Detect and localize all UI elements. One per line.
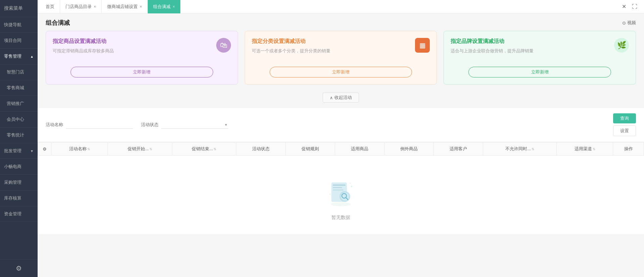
sort-icon: ⇅	[532, 147, 534, 151]
sidebar-item-smart-store[interactable]: 智慧门店	[0, 64, 38, 80]
category-card-icon: ▦	[415, 38, 430, 53]
svg-point-10	[330, 194, 331, 195]
tab-product-catalog[interactable]: 门店商品目录 ×	[60, 0, 102, 13]
sidebar-item-label: 快捷导航	[4, 22, 21, 28]
play-circle-icon: ⊙	[622, 20, 626, 25]
activity-name-input[interactable]	[66, 121, 133, 129]
activity-name-label: 活动名称	[46, 122, 63, 128]
table-empty-row: 暂无数据	[38, 156, 644, 234]
product-card-desc: 可指定滞销商品或库存较多商品	[53, 48, 231, 61]
brand-card-add-button[interactable]: 立即新增	[468, 67, 611, 77]
collapse-label: 收起活动	[334, 95, 352, 101]
sidebar-item-marketing[interactable]: 营销推广	[0, 96, 38, 112]
activity-name-filter: 活动名称	[46, 121, 133, 129]
table-col-promo-start: 促销开始... ⇅	[108, 143, 172, 156]
sidebar-item-wholesale[interactable]: 批发管理 ▼	[0, 143, 38, 159]
close-window-button[interactable]: ✕	[620, 3, 628, 11]
tab-wechat-store-close[interactable]: ×	[140, 4, 142, 9]
filter-section: 活动名称 活动状态 进行中 未开始 已结束 ▾ 查询 设置	[38, 108, 644, 142]
sort-icon: ⇅	[87, 147, 90, 151]
category-card-desc: 可选一个或者多个分类，提升分类的销量	[252, 48, 430, 61]
activity-cards: 🛍 指定商品设置满减活动 可指定滞销商品或库存较多商品 立即新增 ▦ 指定分类设…	[38, 31, 644, 90]
sort-promo-end[interactable]: 促销结束... ⇅	[175, 146, 233, 152]
sidebar-item-label: 采购管理	[4, 179, 21, 185]
settings-button[interactable]: 设置	[613, 125, 636, 136]
sidebar-search[interactable]: 搜索菜单	[0, 0, 38, 17]
activity-status-select[interactable]: 进行中 未开始 已结束	[161, 121, 228, 129]
svg-point-0	[331, 202, 351, 206]
table-body: 暂无数据	[38, 156, 644, 234]
sort-icon: ⇅	[214, 147, 216, 151]
product-card-add-button[interactable]: 立即新增	[71, 67, 213, 77]
activity-status-filter: 活动状态 进行中 未开始 已结束 ▾	[141, 121, 228, 129]
table-section: ⚙ 活动名称 ⇅ 促销开始... ⇅	[38, 142, 644, 234]
query-button[interactable]: 查询	[613, 113, 636, 123]
sidebar-item-label: 零售管理	[4, 53, 21, 59]
table-col-exceptional-goods: 例外商品	[384, 143, 434, 156]
video-link[interactable]: ⊙ 视频	[622, 20, 636, 26]
video-label: 视频	[627, 20, 636, 26]
tab-home-label: 首页	[46, 4, 54, 10]
sidebar-item-retail-management[interactable]: 零售管理 ▲	[0, 49, 38, 64]
brand-card-icon: 🌿	[614, 38, 629, 53]
sidebar-item-label: 小畅电商	[4, 164, 21, 170]
table-col-applicable-channel: 适用渠道 ⇅	[557, 143, 613, 156]
tab-combo-discount-close[interactable]: ×	[173, 4, 175, 9]
table-header-row: ⚙ 活动名称 ⇅ 促销开始... ⇅	[38, 143, 644, 156]
activity-card-category: ▦ 指定分类设置满减活动 可选一个或者多个分类，提升分类的销量 立即新增	[245, 31, 437, 85]
sidebar-item-label: 营销推广	[7, 101, 24, 107]
sidebar-item-purchase[interactable]: 采购管理	[0, 175, 38, 190]
sidebar-item-quick-nav[interactable]: 快捷导航	[0, 17, 38, 33]
table-col-applicable-customer: 适用客户	[434, 143, 483, 156]
sidebar-item-label: 会员中心	[7, 116, 24, 122]
category-card-add-button[interactable]: 立即新增	[270, 67, 412, 77]
gear-icon: ⚙	[16, 264, 22, 272]
tab-product-catalog-close[interactable]: ×	[94, 4, 96, 9]
sidebar-item-finance[interactable]: 资金管理	[0, 206, 38, 222]
svg-rect-3	[333, 187, 342, 188]
sidebar-item-member-center[interactable]: 会员中心	[0, 112, 38, 127]
sidebar-item-xiaochangec[interactable]: 小畅电商	[0, 159, 38, 175]
collapse-activity-button[interactable]: ∧ 收起活动	[323, 93, 359, 103]
tab-wechat-store[interactable]: 微商城店铺设置 ×	[102, 0, 148, 13]
sidebar-item-label: 零售商城	[7, 85, 24, 91]
category-card-title: 指定分类设置满减活动	[252, 38, 430, 45]
tab-controls: ✕ ⛶	[620, 3, 641, 11]
activity-card-brand: 🌿 指定品牌设置满减活动 适合与上游企业联合做营销，提升品牌销量 立即新增	[444, 31, 636, 85]
sidebar-item-retail-mall[interactable]: 零售商城	[0, 80, 38, 96]
empty-state: 暂无数据	[38, 156, 644, 234]
sort-no-concurrent[interactable]: 不允许同时... ⇅	[486, 146, 554, 152]
tab-home[interactable]: 首页	[40, 0, 60, 13]
empty-state-icon	[324, 176, 358, 209]
table-col-operation: 操作	[613, 143, 644, 156]
table-col-activity-status: 活动状态	[236, 143, 286, 156]
tab-bar: 首页 门店商品目录 × 微商城店铺设置 × 组合满减 × ✕ ⛶	[38, 0, 644, 13]
sort-promo-start[interactable]: 促销开始... ⇅	[110, 146, 169, 152]
sidebar-settings[interactable]: ⚙	[0, 259, 38, 277]
sidebar-item-inventory[interactable]: 库存核算	[0, 190, 38, 206]
expand-window-button[interactable]: ⛶	[631, 3, 639, 11]
table-head: ⚙ 活动名称 ⇅ 促销开始... ⇅	[38, 143, 644, 156]
sidebar-item-retail-stats[interactable]: 零售统计	[0, 127, 38, 143]
chevron-down-icon: ▼	[30, 149, 34, 153]
table-settings-icon[interactable]: ⚙	[43, 147, 47, 152]
page-content: 组合满减 ⊙ 视频 🛍 指定商品设置满减活动 可指定滞销商品或库存较多商品 立即…	[38, 13, 644, 277]
sidebar-item-label: 资金管理	[4, 211, 21, 217]
sort-applicable-channel[interactable]: 适用渠道 ⇅	[559, 146, 610, 152]
svg-point-11	[350, 183, 351, 183]
page-header: 组合满减 ⊙ 视频	[38, 13, 644, 31]
product-card-title: 指定商品设置满减活动	[53, 38, 231, 45]
tab-combo-discount-label: 组合满减	[153, 4, 171, 10]
sidebar-item-project-contract[interactable]: 项目合同	[0, 33, 38, 49]
svg-point-9	[351, 186, 352, 187]
chevron-up-icon: ▲	[30, 55, 34, 58]
sidebar-item-label: 批发管理	[4, 148, 21, 154]
tab-combo-discount[interactable]: 组合满减 ×	[148, 0, 181, 13]
filter-buttons: 查询 设置	[613, 113, 636, 136]
sidebar-item-label: 项目合同	[4, 38, 21, 44]
sort-activity-name[interactable]: 活动名称 ⇅	[54, 146, 105, 152]
tab-wechat-store-label: 微商城店铺设置	[107, 4, 138, 10]
empty-text: 暂无数据	[331, 215, 350, 221]
svg-rect-2	[333, 184, 346, 186]
table-col-no-concurrent: 不允许同时... ⇅	[483, 143, 556, 156]
